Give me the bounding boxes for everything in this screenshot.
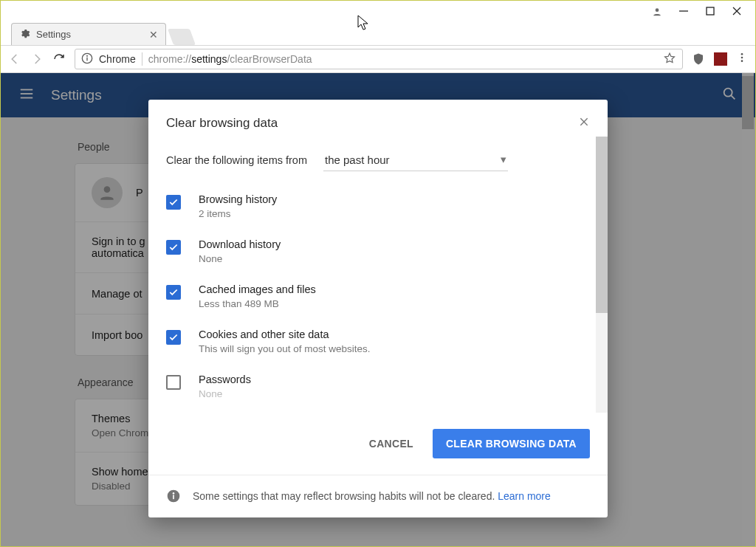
close-dialog-button[interactable] — [578, 116, 590, 131]
learn-more-link[interactable]: Learn more — [498, 490, 551, 502]
svg-point-20 — [173, 492, 175, 495]
svg-point-6 — [86, 55, 88, 56]
close-window-button[interactable] — [732, 6, 742, 16]
clear-item-title: Cached images and files — [199, 283, 316, 295]
new-tab-button[interactable] — [168, 29, 196, 45]
clear-item-title: Browsing history — [199, 193, 277, 205]
checkbox[interactable] — [166, 285, 181, 300]
cancel-button[interactable]: CANCEL — [369, 438, 413, 450]
gear-icon — [19, 28, 30, 41]
time-range-label: Clear the following items from — [166, 154, 307, 166]
clear-browsing-data-dialog: Clear browsing data Clear the following … — [148, 100, 608, 517]
checkbox[interactable] — [166, 330, 181, 345]
menu-button[interactable] — [736, 52, 748, 66]
address-bar[interactable]: Chrome chrome://settings/clearBrowserDat… — [75, 49, 683, 69]
clear-item-subtitle: None — [199, 388, 251, 399]
clear-item-title: Cookies and other site data — [199, 328, 371, 340]
svg-point-8 — [741, 53, 743, 55]
tab-title: Settings — [36, 29, 71, 40]
svg-point-10 — [741, 60, 743, 62]
clear-item-row[interactable]: Cached images and filesLess than 489 MB — [166, 275, 590, 320]
omnibox-origin: Chrome — [99, 53, 136, 65]
dialog-scrollbar[interactable] — [596, 137, 608, 413]
close-tab-button[interactable]: ✕ — [149, 29, 158, 41]
dialog-title: Clear browsing data — [166, 116, 278, 131]
clear-data-button[interactable]: CLEAR BROWSING DATA — [433, 429, 590, 458]
svg-rect-7 — [86, 57, 87, 61]
info-icon — [166, 489, 181, 503]
svg-point-0 — [656, 8, 659, 12]
browser-toolbar: Chrome chrome://settings/clearBrowserDat… — [1, 45, 755, 73]
ublock-icon[interactable] — [692, 52, 705, 66]
minimize-button[interactable] — [678, 6, 689, 16]
clear-item-title: Download history — [199, 238, 281, 250]
dialog-footnote: Some settings that may reflect browsing … — [193, 489, 551, 504]
svg-rect-2 — [707, 7, 714, 15]
settings-page: Settings People P SIGN IN TO CHROME Sign… — [1, 73, 755, 546]
clear-item-row[interactable]: Download historyNone — [166, 230, 590, 275]
bookmark-star-icon[interactable] — [663, 52, 676, 67]
window-titlebar — [1, 1, 755, 21]
maximize-button[interactable] — [705, 6, 715, 16]
checkbox[interactable] — [166, 195, 181, 210]
extension-icon[interactable] — [714, 52, 727, 66]
checkbox[interactable] — [166, 240, 181, 255]
site-info-icon[interactable] — [81, 52, 93, 66]
clear-item-subtitle: This will sign you out of most websites. — [199, 343, 371, 354]
tab-strip: Settings ✕ — [1, 21, 755, 45]
clear-item-row[interactable]: PasswordsNone — [166, 365, 590, 410]
reload-button[interactable] — [52, 52, 66, 66]
account-icon[interactable] — [652, 6, 662, 16]
clear-item-row[interactable]: Browsing history2 items — [166, 185, 590, 230]
clear-item-title: Passwords — [199, 374, 251, 385]
checkbox[interactable] — [166, 375, 181, 390]
clear-item-subtitle: 2 items — [199, 208, 277, 219]
time-range-select[interactable]: the past hour ▾ — [323, 148, 508, 171]
clear-item-subtitle: None — [199, 253, 281, 264]
svg-rect-21 — [173, 495, 174, 499]
svg-point-9 — [741, 57, 743, 59]
tab-settings[interactable]: Settings ✕ — [11, 23, 166, 45]
caret-down-icon: ▾ — [501, 153, 506, 166]
back-button[interactable] — [8, 52, 21, 66]
clear-item-subtitle: Less than 489 MB — [199, 298, 316, 309]
forward-button[interactable] — [30, 52, 44, 66]
url-text: chrome://settings/clearBrowserData — [148, 53, 312, 65]
clear-item-row[interactable]: Cookies and other site dataThis will sig… — [166, 320, 590, 365]
